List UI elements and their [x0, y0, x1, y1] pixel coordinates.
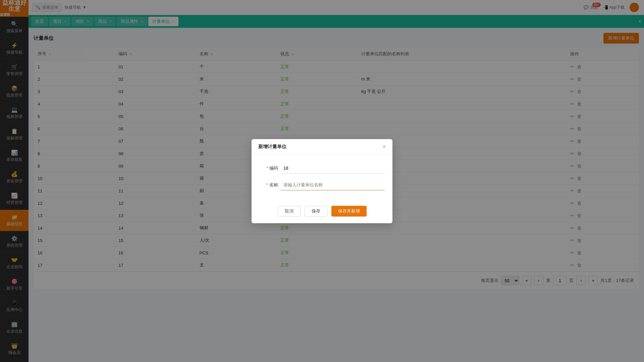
modal-close-btn[interactable]: × — [383, 144, 386, 150]
code-label: 编码 — [260, 165, 278, 171]
modal-overlay: 新增计量单位 × 编码 名称 取消 保存 保存并新增 — [0, 0, 644, 362]
modal-footer: 取消 保存 保存并新增 — [252, 202, 392, 223]
code-input[interactable] — [281, 163, 384, 174]
cancel-button[interactable]: 取消 — [278, 206, 301, 217]
form-row-name: 名称 — [260, 180, 384, 190]
name-input[interactable] — [281, 180, 384, 190]
name-label: 名称 — [260, 182, 278, 188]
modal-body: 编码 名称 — [252, 155, 392, 202]
save-button[interactable]: 保存 — [305, 206, 327, 217]
modal-title: 新增计量单位 — [258, 144, 286, 150]
form-row-code: 编码 — [260, 163, 384, 174]
save-new-button[interactable]: 保存并新增 — [331, 206, 367, 217]
add-unit-modal: 新增计量单位 × 编码 名称 取消 保存 保存并新增 — [252, 139, 392, 223]
modal-header: 新增计量单位 × — [252, 139, 392, 155]
